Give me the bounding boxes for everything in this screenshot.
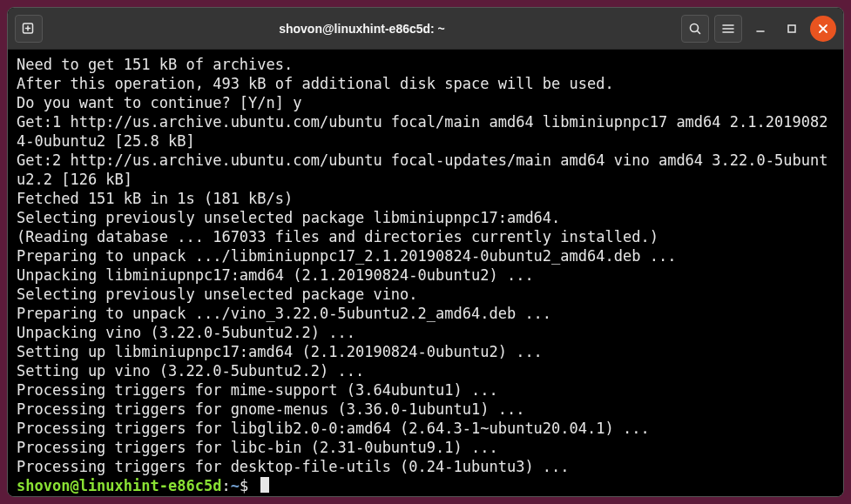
terminal-line: Need to get 151 kB of archives. <box>17 56 293 73</box>
search-icon <box>688 22 702 36</box>
terminal-line: Setting up vino (3.22.0-5ubuntu2.2) ... <box>17 362 364 380</box>
terminal-line: Processing triggers for desktop-file-uti… <box>17 458 570 475</box>
titlebar: shovon@linuxhint-e86c5d: ~ <box>8 8 843 50</box>
terminal-line: Processing triggers for mime-support (3.… <box>17 381 498 399</box>
terminal-line: Get:1 http://us.archive.ubuntu.com/ubunt… <box>17 113 827 150</box>
terminal-cursor <box>260 477 269 493</box>
minimize-icon <box>755 24 766 34</box>
minimize-button[interactable] <box>747 16 773 42</box>
terminal-line: Selecting previously unselected package … <box>17 209 560 226</box>
prompt-path: ~ <box>231 477 240 494</box>
close-button[interactable] <box>810 16 836 42</box>
hamburger-icon <box>721 22 735 36</box>
titlebar-right <box>681 15 836 43</box>
terminal-line: Fetched 151 kB in 1s (181 kB/s) <box>17 190 293 207</box>
terminal-line: Preparing to unpack .../vino_3.22.0-5ubu… <box>17 305 551 322</box>
terminal-line: (Reading database ... 167033 files and d… <box>17 228 659 245</box>
terminal-line: After this operation, 493 kB of addition… <box>17 75 614 92</box>
terminal-line: Selecting previously unselected package … <box>17 286 418 303</box>
terminal-line: Preparing to unpack .../libminiupnpc17_2… <box>17 247 676 265</box>
terminal-line: Processing triggers for libglib2.0-0:amd… <box>17 420 650 437</box>
prompt-separator: : <box>221 477 230 494</box>
svg-rect-2 <box>788 25 795 32</box>
search-button[interactable] <box>681 15 709 43</box>
terminal-window: shovon@linuxhint-e86c5d: ~ <box>7 7 844 497</box>
terminal-line: Processing triggers for gnome-menus (3.3… <box>17 400 524 418</box>
new-tab-icon <box>22 22 36 36</box>
terminal-line: Unpacking libminiupnpc17:amd64 (2.1.2019… <box>17 266 534 284</box>
terminal-line: Do you want to continue? [Y/n] y <box>17 94 302 111</box>
terminal-line: Get:2 http://us.archive.ubuntu.com/ubunt… <box>17 151 827 188</box>
terminal-body[interactable]: Need to get 151 kB of archives. After th… <box>8 50 843 496</box>
menu-button[interactable] <box>714 15 742 43</box>
terminal-line: Processing triggers for libc-bin (2.31-0… <box>17 439 498 456</box>
new-tab-button[interactable] <box>15 15 43 43</box>
prompt-dollar: $ <box>240 477 257 494</box>
close-icon <box>818 24 828 34</box>
terminal-line: Setting up libminiupnpc17:amd64 (2.1.201… <box>17 343 543 360</box>
maximize-button[interactable] <box>779 16 805 42</box>
maximize-icon <box>787 24 797 34</box>
terminal-line: Unpacking vino (3.22.0-5ubuntu2.2) ... <box>17 324 355 341</box>
prompt-user-host: shovon@linuxhint-e86c5d <box>17 477 221 494</box>
window-title: shovon@linuxhint-e86c5d: ~ <box>43 22 681 36</box>
titlebar-left <box>15 15 43 43</box>
